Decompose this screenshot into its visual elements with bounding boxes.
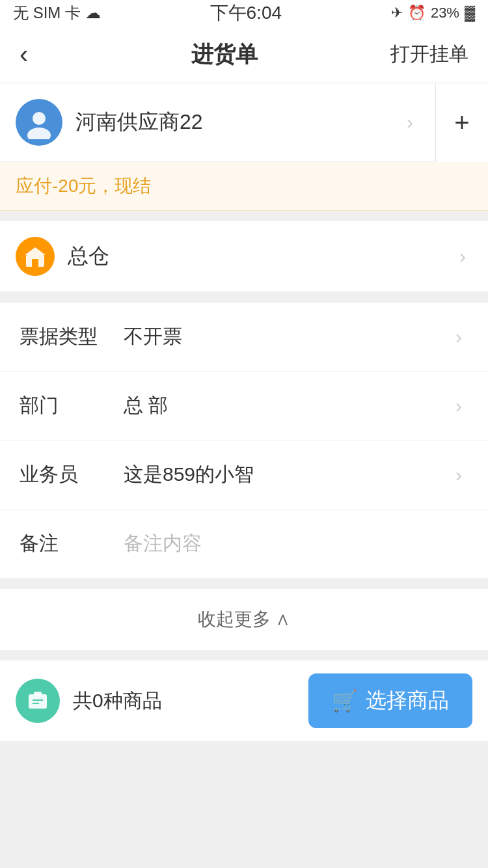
collapse-bar[interactable]: 收起更多 ∧ [0,588,488,650]
department-row[interactable]: 部门 总 部 › [0,372,488,441]
status-bar: 无 SIM 卡 ☁ 下午6:04 ✈ ⏰ 23% ▓ [0,0,488,26]
remark-row[interactable]: 备注 备注内容 [0,509,488,578]
warehouse-icon [16,237,55,276]
salesperson-row[interactable]: 业务员 这是859的小智 › [0,441,488,509]
supplier-section: 河南供应商22 › + 应付-20元，现结 [0,83,488,211]
department-value: 总 部 [111,392,455,419]
warehouse-name: 总仓 [68,242,459,271]
product-count: 共0种商品 [73,688,295,714]
svg-point-0 [33,112,46,125]
supplier-avatar [16,99,62,146]
form-section: 票据类型 不开票 › 部门 总 部 › 业务员 这是859的小智 › 备注 备注… [0,303,488,578]
department-chevron-icon: › [455,395,462,417]
select-product-button[interactable]: 🛒 选择商品 [308,673,472,728]
supplier-row[interactable]: 河南供应商22 › [0,83,435,162]
department-label: 部门 [20,392,111,419]
svg-rect-6 [34,692,42,696]
supplier-chevron-icon: › [407,111,413,133]
sim-status: 无 SIM 卡 ☁ [13,3,101,23]
notice-bar: 应付-20元，现结 [0,162,488,211]
warehouse-section: 总仓 › [0,221,488,292]
invoice-type-label: 票据类型 [20,323,111,350]
nav-bar: ‹ 进货单 打开挂单 [0,26,488,83]
battery-level: 23% [431,5,459,21]
select-product-icon: 🛒 [332,688,358,713]
location-icon: ✈ [391,5,403,21]
main-content: 河南供应商22 › + 应付-20元，现结 总仓 › 票据类型 不 [0,83,488,741]
battery-icon: ▓ [465,5,475,21]
status-time: 下午6:04 [210,1,282,25]
svg-rect-4 [32,259,38,267]
status-left: 无 SIM 卡 ☁ [13,3,101,23]
salesperson-label: 业务员 [20,461,111,488]
add-supplier-button[interactable]: + [436,83,488,162]
open-pending-button[interactable]: 打开挂单 [390,41,468,68]
alarm-icon: ⏰ [408,5,426,21]
svg-rect-5 [29,694,47,709]
warehouse-chevron-icon: › [459,245,466,267]
salesperson-value: 这是859的小智 [111,461,455,488]
supplier-name: 河南供应商22 [75,108,407,137]
svg-marker-3 [25,247,46,255]
warehouse-row[interactable]: 总仓 › [0,221,488,292]
select-product-label: 选择商品 [366,686,449,715]
remark-label: 备注 [20,530,111,557]
invoice-type-row[interactable]: 票据类型 不开票 › [0,303,488,372]
salesperson-chevron-icon: › [455,464,462,486]
page-title: 进货单 [191,40,258,70]
status-right: ✈ ⏰ 23% ▓ [391,5,475,21]
invoice-type-chevron-icon: › [455,326,462,348]
svg-point-1 [27,128,51,139]
product-icon [16,679,60,723]
remark-input[interactable]: 备注内容 [111,530,468,557]
back-button[interactable]: ‹ [20,40,59,69]
product-bar: 共0种商品 🛒 选择商品 [0,660,488,741]
invoice-type-value: 不开票 [111,323,455,350]
